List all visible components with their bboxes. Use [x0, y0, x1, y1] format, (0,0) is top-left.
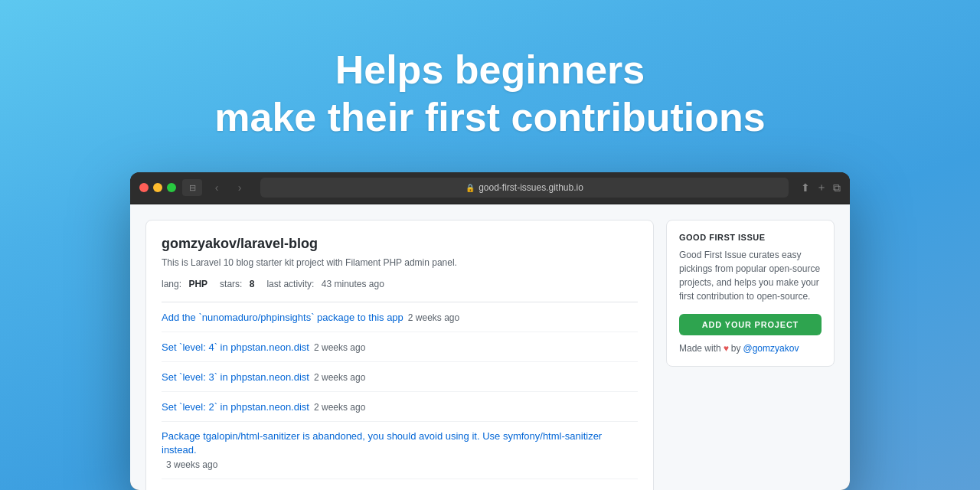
issue-time: 3 weeks ago	[166, 459, 217, 470]
issue-item: Add the `nunomaduro/phpinsights` package…	[162, 302, 638, 332]
traffic-light-minimize[interactable]	[153, 183, 162, 192]
sidebar-toggle-btn[interactable]: ⊟	[182, 179, 202, 196]
repo-stars: stars: 8	[220, 279, 254, 289]
traffic-light-close[interactable]	[139, 183, 149, 192]
issue-time: 2 weeks ago	[314, 342, 365, 353]
add-tab-icon[interactable]: ＋	[816, 181, 827, 194]
sidebar-panel: GOOD FIRST ISSUE Good First Issue curate…	[666, 220, 835, 490]
add-project-button[interactable]: ADD YOUR PROJECT	[679, 314, 822, 335]
hero-section: Helps beginners make their first contrib…	[214, 46, 765, 142]
heart-icon: ♥	[724, 343, 729, 354]
browser-titlebar: ⊟ ‹ › 🔒 good-first-issues.github.io ⬆ ＋ …	[130, 172, 850, 204]
issue-time: 2 weeks ago	[314, 402, 365, 413]
browser-content: gomzyakov/laravel-blog This is Laravel 1…	[130, 204, 850, 490]
tabs-icon[interactable]: ⧉	[833, 181, 841, 194]
repo-activity: last activity: 43 minutes ago	[266, 279, 384, 289]
issue-item: Package tgalopin/html-sanitizer is aband…	[162, 422, 638, 479]
gfi-description: Good First Issue curates easy pickings f…	[679, 248, 822, 303]
back-btn[interactable]: ‹	[208, 179, 225, 196]
share-icon[interactable]: ⬆	[801, 181, 810, 194]
lock-icon: 🔒	[466, 184, 475, 192]
issue-time: 2 weeks ago	[314, 372, 365, 383]
issue-link[interactable]: Set `level: 3` in phpstan.neon.dist	[162, 371, 309, 383]
gfi-title: GOOD FIRST ISSUE	[679, 233, 822, 242]
traffic-lights	[139, 183, 176, 192]
repo-name[interactable]: gomzyakov/laravel-blog	[162, 236, 638, 252]
issues-list: Add the `nunomaduro/phpinsights` package…	[162, 302, 638, 490]
issue-link[interactable]: Set `level: 4` in phpstan.neon.dist	[162, 341, 309, 353]
url-text: good-first-issues.github.io	[479, 182, 583, 193]
issue-item: Set `level: 4` in phpstan.neon.dist2 wee…	[162, 332, 638, 362]
repo-panel: gomzyakov/laravel-blog This is Laravel 1…	[145, 220, 654, 490]
issue-time: 2 weeks ago	[408, 312, 459, 323]
made-with: Made with ♥ by @gomzyakov	[679, 343, 822, 354]
forward-btn[interactable]: ›	[231, 179, 248, 196]
issue-item: Add Swagger documentation3 weeks ago	[162, 479, 638, 490]
browser-window: ⊟ ‹ › 🔒 good-first-issues.github.io ⬆ ＋ …	[130, 172, 850, 490]
issue-item: Set `level: 3` in phpstan.neon.dist2 wee…	[162, 362, 638, 392]
issue-item: Set `level: 2` in phpstan.neon.dist2 wee…	[162, 392, 638, 422]
author-link[interactable]: @gomzyakov	[743, 343, 799, 354]
issue-link[interactable]: Package tgalopin/html-sanitizer is aband…	[162, 430, 638, 457]
gfi-info-box: GOOD FIRST ISSUE Good First Issue curate…	[666, 220, 835, 367]
repo-meta: lang: PHP stars: 8 last activity: 43 min…	[162, 279, 638, 289]
hero-line2: make their first contributions	[214, 95, 765, 139]
hero-line1: Helps beginners	[335, 47, 645, 92]
issue-link[interactable]: Add the `nunomaduro/phpinsights` package…	[162, 312, 403, 323]
address-bar[interactable]: 🔒 good-first-issues.github.io	[260, 178, 789, 198]
traffic-light-maximize[interactable]	[167, 183, 176, 192]
issue-link[interactable]: Set `level: 2` in phpstan.neon.dist	[162, 401, 309, 413]
repo-description: This is Laravel 10 blog starter kit proj…	[162, 256, 638, 270]
repo-lang: lang: PHP	[162, 279, 207, 289]
browser-actions: ⬆ ＋ ⧉	[801, 181, 841, 194]
